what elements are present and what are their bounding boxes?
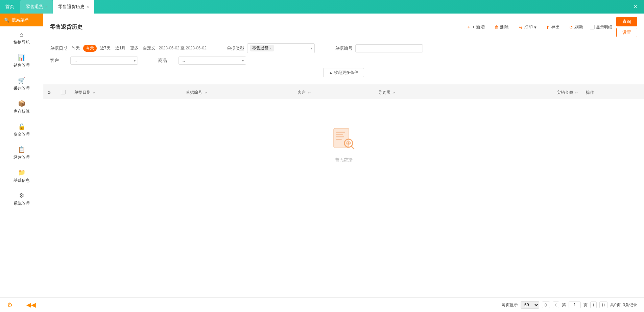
header-checkbox[interactable] xyxy=(61,90,66,94)
svg-rect-2 xyxy=(336,134,343,135)
th-guide[interactable]: 导购员 ▴▾ xyxy=(374,87,470,98)
svg-line-6 xyxy=(351,146,354,149)
th-settings[interactable]: ⚙ xyxy=(43,87,57,98)
gear-icon: ⚙ xyxy=(19,192,24,199)
sidebar-item-quick-nav[interactable]: ⌂ 快捷导航 xyxy=(0,26,43,49)
export-icon: ⬆ xyxy=(546,25,550,30)
page-label2: 页 xyxy=(583,302,588,308)
next-page-button[interactable]: ⟩ xyxy=(590,302,597,308)
sidebar-item-operation[interactable]: 📋 经营管理 xyxy=(0,141,43,164)
th-date[interactable]: 单据日期 ▴▾ xyxy=(70,87,182,98)
th-customer[interactable]: 客户 ▴▾ xyxy=(293,87,374,98)
new-icon: ＋ xyxy=(467,24,471,30)
new-button[interactable]: ＋ + 新增 xyxy=(464,23,487,31)
empty-illustration xyxy=(330,126,357,153)
sidebar-search[interactable]: 🔍 搜索菜单 xyxy=(0,14,43,26)
svg-rect-3 xyxy=(336,136,344,137)
prev-page-button[interactable]: ⟨ xyxy=(553,302,559,308)
bill-number-filter-label: 单据编号 xyxy=(335,45,355,51)
sidebar-settings-button[interactable]: ⚙ xyxy=(7,301,13,309)
bill-type-tag-label: 零售退货 xyxy=(252,45,268,51)
top-tabs: 首页 零售退货 × 零售退货历史 × xyxy=(0,0,631,14)
sidebar-audio-button[interactable]: ◀◀ xyxy=(26,301,36,309)
sidebar-item-purchase-label: 采购管理 xyxy=(14,86,30,91)
last-page-button[interactable]: ⟩⟩ xyxy=(599,302,607,308)
svg-rect-4 xyxy=(336,139,342,140)
collapse-label: 收起更多条件 xyxy=(334,70,358,75)
date-option-7days[interactable]: 近7天 xyxy=(99,45,112,52)
sidebar-item-sales-label: 销售管理 xyxy=(14,63,30,68)
sidebar-item-inventory[interactable]: 📦 库存核算 xyxy=(0,95,43,118)
tab-retail-return-history-close[interactable]: × xyxy=(87,5,89,9)
bill-number-input[interactable] xyxy=(355,44,423,52)
bill-type-select[interactable]: 零售退货 × ▾ xyxy=(247,43,315,53)
tab-retail-return-history[interactable]: 零售退货历史 × xyxy=(53,0,94,14)
th-guide-sort: ▴▾ xyxy=(392,91,395,94)
page-header-top: 零售退货历史 ＋ + 新增 🗑 删除 🖨 打印 ▾ xyxy=(50,17,637,37)
show-detail-toggle[interactable]: 显示明细 xyxy=(590,24,612,30)
print-icon: 🖨 xyxy=(518,25,523,30)
th-number-sort: ▴▾ xyxy=(205,91,207,94)
th-date-label: 单据日期 xyxy=(74,90,91,95)
table-body: 暂无数据 xyxy=(43,98,644,177)
collapse-button[interactable]: ▲ 收起更多条件 xyxy=(323,68,364,77)
sidebar: 🔍 搜索菜单 ⌂ 快捷导航 📊 销售管理 🛒 采购管理 📦 库存核算 🔒 资金管… xyxy=(0,14,43,312)
goods-select[interactable]: ... ▾ xyxy=(178,57,246,65)
export-button[interactable]: ⬆ 导出 xyxy=(543,23,563,31)
date-options: 昨天 今天 近7天 近1月 更多 自定义 xyxy=(70,45,157,52)
customer-dropdown-arrow: ▾ xyxy=(134,59,136,63)
customer-placeholder: ... xyxy=(73,58,77,63)
tab-retail-return-close[interactable]: × xyxy=(45,5,47,9)
date-option-more[interactable]: 更多 xyxy=(129,45,140,52)
sidebar-item-inventory-label: 库存核算 xyxy=(14,109,30,114)
print-button[interactable]: 🖨 打印 ▾ xyxy=(516,23,539,31)
customer-select[interactable]: ... ▾ xyxy=(70,57,138,65)
th-number[interactable]: 单据编号 ▴▾ xyxy=(182,87,293,98)
settings-icon[interactable]: ⚙ xyxy=(47,90,51,95)
page-label: 第 xyxy=(562,302,566,308)
refresh-icon: ↺ xyxy=(569,25,573,30)
date-option-custom[interactable]: 自定义 xyxy=(142,45,157,52)
th-customer-label: 客户 xyxy=(297,90,306,95)
delete-button[interactable]: 🗑 删除 xyxy=(492,23,511,31)
page-size-label: 每页显示 xyxy=(502,302,518,308)
svg-rect-0 xyxy=(334,128,349,148)
setting-button[interactable]: 设置 xyxy=(616,28,637,37)
th-date-sort: ▴▾ xyxy=(93,91,95,94)
window-close-button[interactable]: × xyxy=(631,2,640,12)
th-amount[interactable]: 实销金额 ▴▾ xyxy=(470,87,582,98)
th-checkbox[interactable] xyxy=(57,87,70,98)
th-amount-sort: ▴▾ xyxy=(575,91,578,94)
first-page-button[interactable]: ⟨⟨ xyxy=(542,302,550,308)
search-icon: 🔍 xyxy=(4,18,9,23)
th-amount-label: 实销金额 xyxy=(557,90,573,95)
bill-type-tag-remove[interactable]: × xyxy=(270,46,272,50)
bill-type-dropdown-arrow: ▾ xyxy=(311,46,312,50)
sidebar-item-purchase[interactable]: 🛒 采购管理 xyxy=(0,72,43,95)
collapse-row: ▲ 收起更多条件 xyxy=(50,68,637,81)
sidebar-item-system[interactable]: ⚙ 系统管理 xyxy=(0,187,43,210)
date-option-1month[interactable]: 近1月 xyxy=(114,45,127,52)
tab-retail-return[interactable]: 零售退货 × xyxy=(20,0,53,14)
home-icon: ⌂ xyxy=(20,31,23,38)
sidebar-item-finance[interactable]: 🔒 资金管理 xyxy=(0,118,43,141)
toolbar: ＋ + 新增 🗑 删除 🖨 打印 ▾ ⬆ 导出 xyxy=(464,17,637,37)
page-size-select[interactable]: 50 20 100 xyxy=(521,301,539,309)
date-option-yesterday[interactable]: 昨天 xyxy=(70,45,81,52)
show-detail-checkbox[interactable] xyxy=(590,25,595,29)
goods-dropdown-arrow: ▾ xyxy=(242,59,244,63)
sidebar-item-base-info[interactable]: 📁 基础信息 xyxy=(0,164,43,187)
refresh-button[interactable]: ↺ 刷新 xyxy=(567,23,586,31)
query-setting-buttons: 查询 设置 xyxy=(616,17,637,37)
top-bar: 首页 零售退货 × 零售退货历史 × × xyxy=(0,0,644,14)
tab-home[interactable]: 首页 xyxy=(0,0,20,14)
empty-state-cell: 暂无数据 xyxy=(43,98,644,177)
query-button[interactable]: 查询 xyxy=(616,17,637,26)
table-area: ⚙ 单据日期 ▴▾ 单据编号 ▴▾ xyxy=(43,87,644,297)
date-option-today[interactable]: 今天 xyxy=(83,45,97,52)
sidebar-item-sales[interactable]: 📊 销售管理 xyxy=(0,49,43,72)
bill-type-filter-label: 单据类型 xyxy=(227,45,247,51)
th-guide-label: 导购员 xyxy=(378,90,390,95)
page-number-input[interactable] xyxy=(569,302,581,308)
th-actions: 操作 xyxy=(582,87,644,98)
